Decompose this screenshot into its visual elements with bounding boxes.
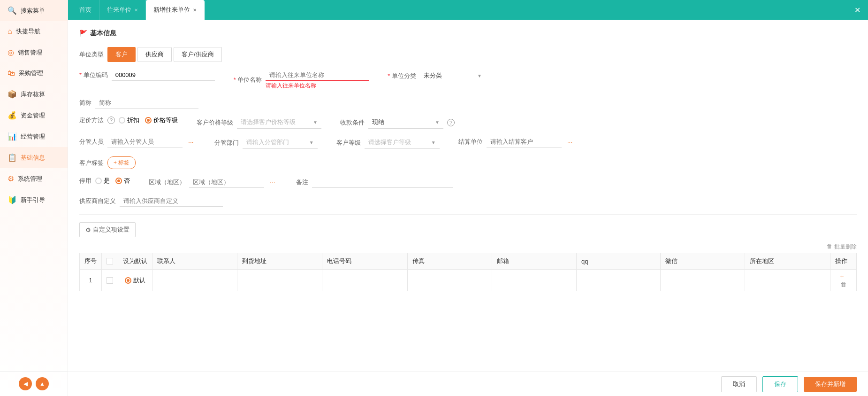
dept-select[interactable]: 请输入分管部门 ▼ (243, 136, 318, 149)
customer-level-group: 客户等级 请选择客户等级 ▼ (336, 136, 440, 149)
save-new-button[interactable]: 保存并新增 (804, 377, 857, 392)
manager-input[interactable] (107, 136, 183, 148)
row-phone (322, 270, 408, 291)
form-content: 🚩 基本信息 单位类型 客户 供应商 客户/供应商 单位编码 单位名称 (68, 20, 868, 372)
qq-input[interactable] (581, 277, 655, 284)
flag-icon: 🚩 (79, 30, 87, 37)
shortname-label: 简称 (79, 99, 91, 107)
radio-disable-yes[interactable]: 是 (95, 177, 110, 185)
sidebar-item-guide[interactable]: 🔰 新手引导 (0, 189, 68, 210)
manager-more-button[interactable]: ··· (186, 138, 196, 146)
region-input[interactable] (189, 177, 264, 188)
payment-select[interactable]: 现结 ▼ (368, 116, 443, 129)
sidebar-expand-button[interactable]: ◀ (19, 377, 32, 390)
payment-arrow-icon: ▼ (435, 120, 440, 125)
area-input[interactable] (750, 277, 825, 284)
row-delete-button[interactable]: 🗑 (840, 281, 846, 288)
radio-disable-no[interactable]: 否 (115, 177, 130, 185)
row-wechat (661, 270, 745, 291)
customer-level-select[interactable]: 请选择客户等级 ▼ (365, 136, 440, 149)
disable-radios: 是 否 (95, 177, 130, 185)
sales-icon: ◎ (8, 48, 14, 57)
custom-setting-button[interactable]: ⚙ 自定义项设置 (79, 222, 136, 237)
row-checkbox[interactable] (107, 277, 113, 284)
tags-group: 客户标签 + 标签 (79, 156, 136, 169)
col-wechat: 微信 (661, 253, 745, 270)
payment-help-icon[interactable]: ? (447, 119, 455, 126)
tab-new-partner[interactable]: 新增往来单位 ✕ (146, 0, 205, 20)
settle-unit-input[interactable] (487, 136, 562, 148)
form-footer: 取消 保存 保存并新增 (68, 372, 868, 396)
row-default-cell: 默认 (118, 270, 152, 291)
phone-input[interactable] (327, 277, 403, 284)
sidebar-collapse-button[interactable]: ▲ (36, 377, 49, 390)
address-input[interactable] (242, 277, 318, 284)
radio-pricelevel[interactable]: 价格等级 (145, 116, 178, 124)
row-checkbox-cell (102, 270, 118, 291)
name-group: 单位名称 请输入往来单位名称 (234, 70, 369, 90)
batch-delete-button[interactable]: 批量删除 (834, 243, 857, 251)
save-button[interactable]: 保存 (762, 376, 798, 392)
sidebar-item-business[interactable]: 📊 经营管理 (0, 126, 68, 147)
radio-disable-no-circle (115, 178, 122, 184)
tags-label: 客户标签 (79, 159, 104, 167)
home-icon: ⌂ (8, 27, 12, 36)
remark-input[interactable] (312, 177, 453, 188)
fax-input[interactable] (412, 277, 487, 284)
tab-home[interactable]: 首页 (72, 0, 99, 20)
category-select[interactable]: 未分类 ▼ (420, 70, 486, 82)
unit-btn-supplier[interactable]: 供应商 (137, 47, 172, 62)
supplier-custom-input[interactable] (120, 195, 223, 207)
sidebar-item-quicknav[interactable]: ⌂ 快捷导航 (0, 21, 68, 42)
customer-price-placeholder: 请选择客户价格等级 (241, 118, 311, 126)
select-all-checkbox[interactable] (107, 258, 113, 264)
sidebar-item-system[interactable]: ⚙ 系统管理 (0, 168, 68, 189)
radio-discount[interactable]: 折扣 (119, 116, 139, 124)
sidebar-item-inventory[interactable]: 📦 库存核算 (0, 84, 68, 105)
tab-partners-close[interactable]: ✕ (134, 8, 138, 13)
settle-unit-label: 结算单位 (458, 138, 483, 146)
code-input[interactable] (112, 70, 215, 81)
sidebar-item-basic[interactable]: 📋 基础信息 (0, 147, 68, 168)
pricing-help-icon[interactable]: ? (107, 116, 115, 124)
wechat-input[interactable] (665, 277, 740, 284)
contact-input[interactable] (157, 277, 232, 284)
batch-delete-icon: 🗑 (827, 243, 832, 251)
tab-partners[interactable]: 往来单位 ✕ (99, 0, 146, 20)
disable-region-row: 停用 是 否 区域（地区） ··· 备注 (79, 177, 857, 188)
email-input[interactable] (497, 277, 571, 284)
row-default-radio-circle (125, 277, 131, 284)
row-area (745, 270, 830, 291)
sidebar-item-search[interactable]: 🔍 搜索菜单 (0, 0, 68, 21)
sidebar-item-purchase[interactable]: 🛍 采购管理 (0, 63, 68, 84)
unit-type-buttons: 客户 供应商 客户/供应商 (107, 47, 222, 62)
payment-group: 收款条件 现结 ▼ ? (340, 116, 455, 129)
row-default-radio[interactable]: 默认 (123, 276, 147, 285)
unit-btn-customer[interactable]: 客户 (107, 47, 136, 62)
supplier-custom-label: 供应商自定义 (79, 197, 116, 205)
tab-bar-close-all[interactable]: ✕ (851, 6, 864, 15)
name-input[interactable] (266, 70, 369, 81)
unit-btn-both[interactable]: 客户/供应商 (174, 47, 222, 62)
pricing-group: 定价方法 ? 折扣 价格等级 (79, 116, 178, 124)
shortname-input[interactable] (95, 97, 198, 109)
unit-type-label: 单位类型 (79, 50, 104, 59)
col-address: 到货地址 (237, 253, 322, 270)
row-qq (577, 270, 661, 291)
sidebar-item-finance[interactable]: 💰 资金管理 (0, 105, 68, 126)
category-group: 单位分类 未分类 ▼ (388, 70, 486, 82)
cancel-button[interactable]: 取消 (721, 376, 757, 392)
add-tag-button[interactable]: + 标签 (107, 156, 136, 169)
row-add-button[interactable]: ＋ (839, 273, 845, 280)
remark-group: 备注 (296, 177, 453, 188)
search-icon: 🔍 (8, 6, 17, 15)
tab-new-partner-close[interactable]: ✕ (193, 8, 197, 13)
customer-price-select[interactable]: 请选择客户价格等级 ▼ (237, 116, 321, 129)
supplier-custom-group: 供应商自定义 (79, 195, 223, 207)
code-label: 单位编码 (79, 71, 108, 79)
col-seq: 序号 (80, 253, 102, 270)
manager-row: 分管人员 ··· 分管部门 请输入分管部门 ▼ 客户等级 请选择客户等级 ▼ 结… (79, 136, 857, 149)
sidebar-item-sales[interactable]: ◎ 销售管理 (0, 42, 68, 63)
settle-unit-more-button[interactable]: ··· (565, 138, 575, 146)
region-more-button[interactable]: ··· (268, 179, 277, 186)
